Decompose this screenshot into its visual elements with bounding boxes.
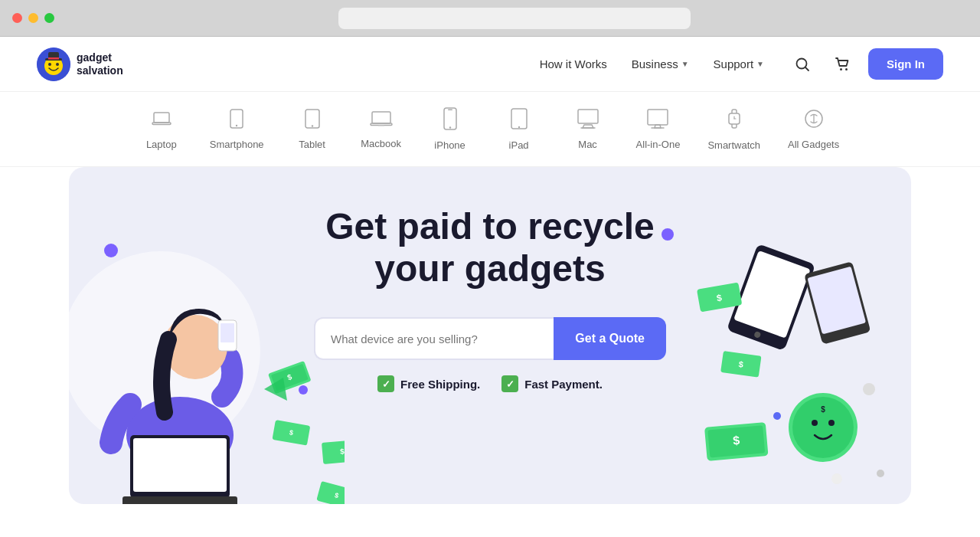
address-bar[interactable] [338, 8, 691, 29]
category-all-gadgets[interactable]: All Gadgets [774, 102, 853, 156]
nav-business[interactable]: Business ▼ [632, 57, 689, 70]
cart-icon[interactable] [828, 51, 856, 78]
free-shipping-check-icon: ✓ [377, 375, 394, 392]
svg-rect-6 [48, 57, 59, 60]
logo-icon [37, 47, 70, 81]
svg-point-61 [828, 420, 835, 426]
iphone-label: iPhone [434, 139, 465, 151]
category-tablet[interactable]: Tablet [278, 102, 347, 156]
svg-rect-24 [578, 110, 598, 123]
svg-text:$: $ [821, 405, 825, 414]
svg-text:$: $ [340, 447, 345, 455]
svg-point-15 [311, 125, 312, 126]
fast-payment-check-icon: ✓ [501, 375, 518, 392]
svg-rect-53 [807, 267, 866, 335]
svg-rect-18 [378, 126, 384, 126]
navbar: gadget salvation How it Works Business ▼… [0, 37, 980, 92]
features-row: ✓ Free Shipping. ✓ Fast Payment. [377, 375, 603, 392]
svg-point-9 [845, 68, 848, 70]
search-row: Get a Quote [314, 317, 666, 360]
svg-rect-17 [371, 123, 392, 126]
ipad-label: iPad [509, 139, 529, 151]
mac-label: Mac [578, 139, 597, 150]
hero-section: $ $ $ $ [69, 167, 911, 504]
svg-rect-46 [316, 481, 345, 504]
sign-in-button[interactable]: Sign In [868, 48, 943, 80]
svg-rect-19 [444, 108, 456, 129]
laptop-icon [151, 108, 172, 134]
svg-rect-11 [152, 123, 171, 125]
ipad-icon [510, 107, 528, 135]
svg-rect-16 [372, 112, 390, 123]
svg-text:$: $ [732, 434, 740, 447]
category-macbook[interactable]: Macbook [347, 103, 416, 156]
svg-point-63 [863, 383, 875, 395]
get-quote-button[interactable]: Get a Quote [554, 317, 666, 360]
nav-icons [789, 51, 856, 78]
svg-rect-22 [511, 109, 527, 129]
category-laptop[interactable]: Laptop [127, 102, 196, 156]
svg-point-2 [48, 63, 51, 66]
smartwatch-icon [726, 107, 743, 135]
hero-title: Get paid to recycle your gadgets [325, 205, 655, 290]
business-chevron-icon: ▼ [681, 60, 689, 68]
mac-icon [577, 108, 599, 134]
category-ipad[interactable]: iPad [485, 101, 554, 157]
category-all-in-one[interactable]: All-in-One [622, 102, 694, 156]
category-nav: Laptop Smartphone Tablet [0, 92, 980, 167]
all-in-one-icon [646, 108, 669, 134]
svg-point-60 [812, 420, 818, 426]
all-gadgets-label: All Gadgets [788, 139, 839, 150]
tablet-label: Tablet [299, 139, 325, 150]
iphone-icon [443, 107, 458, 135]
category-smartphone[interactable]: Smartphone [196, 102, 278, 156]
logo-area[interactable]: gadget salvation [37, 47, 123, 81]
svg-point-21 [449, 126, 450, 128]
svg-point-64 [877, 470, 884, 477]
svg-point-8 [840, 68, 842, 70]
tablet-icon [304, 108, 321, 134]
laptop-label: Laptop [146, 139, 177, 150]
svg-rect-37 [133, 438, 227, 492]
left-illustration: $ $ $ $ [69, 198, 345, 504]
support-chevron-icon: ▼ [756, 60, 764, 68]
svg-rect-35 [220, 323, 234, 342]
svg-point-3 [56, 63, 59, 66]
macbook-icon [370, 109, 393, 133]
all-in-one-label: All-in-One [636, 139, 681, 150]
device-search-input[interactable] [314, 317, 554, 360]
right-illustration: $ $ $ $ [681, 198, 911, 504]
free-shipping-feature: ✓ Free Shipping. [377, 375, 480, 392]
svg-rect-10 [154, 113, 169, 123]
svg-rect-25 [648, 110, 668, 125]
logo-text: gadget salvation [77, 51, 123, 77]
category-smartwatch[interactable]: Smartwatch [694, 101, 774, 157]
nav-support[interactable]: Support ▼ [714, 57, 764, 70]
svg-point-23 [518, 126, 519, 128]
page: gadget salvation How it Works Business ▼… [0, 37, 980, 537]
svg-rect-38 [122, 496, 237, 504]
svg-rect-20 [448, 110, 452, 111]
browser-chrome [0, 0, 980, 37]
fast-payment-feature: ✓ Fast Payment. [501, 375, 603, 392]
category-iphone[interactable]: iPhone [416, 101, 485, 157]
svg-point-13 [236, 125, 237, 126]
smartphone-label: Smartphone [210, 139, 264, 150]
nav-how-it-works[interactable]: How it Works [540, 57, 607, 70]
traffic-light-red[interactable] [12, 13, 22, 23]
macbook-label: Macbook [361, 138, 401, 149]
deco-dot-3 [662, 228, 674, 241]
smartwatch-label: Smartwatch [707, 139, 760, 151]
all-gadgets-icon [803, 108, 825, 134]
traffic-light-yellow[interactable] [28, 13, 38, 23]
category-mac[interactable]: Mac [554, 102, 622, 156]
nav-links: How it Works Business ▼ Support ▼ [540, 57, 764, 70]
search-icon[interactable] [789, 51, 816, 78]
smartphone-icon [227, 108, 246, 134]
logo-svg [37, 47, 70, 81]
traffic-light-green[interactable] [44, 13, 54, 23]
